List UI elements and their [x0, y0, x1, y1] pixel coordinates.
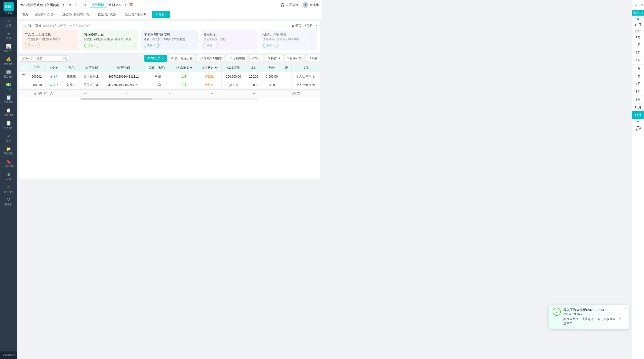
row1-social-btn[interactable]: 个人社保 — [296, 75, 308, 78]
row1-name[interactable]: 徐泽华 — [46, 72, 63, 81]
th-id-no: *证照号码 — [103, 64, 144, 72]
sidebar-item-reports[interactable]: 📊 报表中心 — [0, 42, 17, 55]
wizard-icon: 📄 — [22, 24, 26, 28]
step-3-btn[interactable]: 查看＞ — [144, 43, 159, 48]
row1-name-link[interactable]: 徐泽华 — [50, 75, 59, 78]
ai-service-btn[interactable]: 🎧 人工咨询 — [280, 3, 299, 7]
tab-home-label: 首页 — [22, 12, 28, 17]
sidebar-item-expense[interactable]: 🔖 小畅报销 — [0, 157, 17, 170]
social-security-btn[interactable]: ⚙ 统一社保设置 — [169, 55, 195, 62]
table-row: 000002 徐泽华 嗯嗯嗯 居民身份证 360782200104131111 … — [19, 72, 320, 81]
sidebar-item-invoice[interactable]: 🧾 发票管理 — [0, 93, 17, 106]
account-selector[interactable]: 刘小艳演示账套（勿删勿动！）1 ▼ — [20, 3, 72, 7]
close-tab-asset-category[interactable]: × — [117, 13, 119, 16]
tax-declare-icon: 📄 — [228, 57, 232, 60]
select-all-checkbox[interactable] — [22, 66, 25, 69]
app-logo[interactable]: 好会计 专业版 — [0, 0, 17, 17]
export-btn[interactable]: ↗ 导出 — [249, 55, 263, 62]
close-tab-asset-detail[interactable]: × — [147, 13, 149, 16]
add-account-btn[interactable]: ＋ — [74, 2, 80, 8]
sidebar-item-ledger[interactable]: ≡ 总账 — [0, 29, 17, 42]
sidebar-item-tax-label: 税务管理 — [4, 126, 14, 130]
step-1-btn[interactable]: 导入＞ — [25, 43, 39, 48]
row2-name[interactable]: 李俊杰 — [46, 81, 63, 89]
th-id: 工号 — [28, 64, 46, 72]
row2-dept: 总经办 — [63, 81, 79, 89]
sidebar-item-invoice-label: 发票管理 — [4, 100, 14, 104]
sidebar-item-archive[interactable]: 📁 归档管理 — [0, 144, 17, 157]
sidebar-item-home-label: 首页 — [6, 24, 11, 27]
wizard-close-btn[interactable]: × — [315, 24, 317, 28]
th-status[interactable]: *人员状态 ▼ — [171, 64, 197, 72]
sidebar-item-salary-label: 工资 — [6, 88, 11, 91]
row2-select[interactable] — [22, 83, 25, 86]
row2-checkbox[interactable] — [19, 81, 28, 89]
sidebar-item-sales[interactable]: 📋 进销台账 — [0, 106, 17, 119]
employee-table-container[interactable]: 工号 ↕ *姓名 *部门 *证照类型 *证照号码 国籍（地区） *人员状态 ▼ … — [19, 64, 320, 179]
close-period-icon: ✔ — [7, 134, 10, 138]
step-2-btn[interactable]: 设置＞ — [84, 43, 99, 48]
refresh-btn[interactable]: ↺ 刷新 — [306, 55, 320, 62]
period-selector[interactable]: 账期 2023-11 📅 — [108, 3, 133, 7]
tab-depreciation[interactable]: 固定资产折旧统计表 × — [59, 11, 95, 18]
close-tab-depreciation[interactable]: × — [90, 13, 92, 16]
step-1-number: 1 — [72, 41, 76, 49]
arrow-2: › — [138, 38, 141, 42]
row1-checkbox[interactable] — [19, 72, 28, 81]
row2-id-no: 412702198206290521 — [103, 81, 144, 89]
tab-salary[interactable]: 工资表 × — [152, 11, 170, 18]
th-allowance: 津贴 — [245, 64, 262, 72]
user-menu[interactable]: 👤 徐泽华 — [303, 2, 319, 8]
row2-report-badge: 待报送 — [205, 83, 214, 87]
th-checkbox[interactable] — [19, 64, 28, 72]
tax-declare-btn[interactable]: 📄 个税申报 — [226, 55, 247, 62]
step-4-btn[interactable]: 查看＞ — [204, 43, 218, 48]
th-report-status[interactable]: 报送状态 ▼ — [197, 64, 222, 72]
step-5-btn[interactable]: 查看＞ — [263, 43, 278, 48]
th-name[interactable]: ↕ *姓名 — [46, 64, 63, 72]
row2-edit-btn[interactable]: ✎ — [309, 83, 311, 87]
row1-delete-btn[interactable]: 🗑 — [312, 75, 315, 78]
tab-asset-detail[interactable]: 固定资产明细账 × — [122, 11, 152, 18]
sidebar-item-close[interactable]: ✔ 结账 — [0, 132, 17, 144]
novice-guide-btn[interactable]: ? 新手引导 — [285, 55, 304, 62]
wizard-step-2: 社保参数设置 完成社保参数设置自动计算社保公积金 设置＞ 2 — [82, 30, 138, 50]
row2-social-btn[interactable]: 个人社保 — [296, 83, 308, 87]
tab-asset-category[interactable]: 固定资产类别 × — [95, 11, 122, 18]
sidebar-item-funds[interactable]: 💰 资金管理 — [0, 55, 17, 68]
sidebar-item-settings[interactable]: ⚙ 设置 — [0, 170, 17, 179]
row2-operation[interactable]: 个人社保 ✎ 🗑 — [291, 81, 320, 89]
sidebar-item-ledger-label: 总账 — [6, 36, 11, 40]
scrollbar-thumb[interactable] — [80, 98, 152, 100]
add-employee-btn[interactable]: 添加人员 ▼ — [144, 55, 167, 62]
sidebar: 好会计 专业版 ⌂ 首页 ≡ 总账 📊 报表中心 💰 资金管理 🏢 固定资产 💵… — [0, 0, 17, 179]
tab-fixed-assets-label: 固定资产管理 — [35, 12, 53, 17]
account-dropdown-icon[interactable]: ▼ — [69, 3, 72, 7]
refresh-label: 刷新 — [312, 56, 318, 61]
sidebar-item-tax[interactable]: 📑 税务管理 — [0, 119, 17, 132]
sidebar-item-assets[interactable]: 🏢 固定资产 — [0, 68, 17, 80]
row1-status: 正常 — [171, 72, 197, 81]
row1-operation[interactable]: 个人社保 ✎ 🗑 — [291, 72, 320, 81]
tab-home[interactable]: 首页 — [19, 11, 31, 18]
row2-delete-btn[interactable]: 🗑 — [312, 83, 315, 87]
video-link[interactable]: ▶ 视频 — [292, 24, 301, 28]
close-tab-fixed-assets[interactable]: × — [54, 13, 55, 16]
row2-name-link[interactable]: 李俊杰 — [50, 83, 59, 87]
row1-select[interactable] — [22, 74, 25, 78]
step-2-desc: 完成社保参数设置自动计算社保公积金 — [84, 37, 136, 41]
close-tab-salary[interactable]: × — [165, 13, 167, 16]
sidebar-item-salary[interactable]: 💵 工资 — [0, 80, 17, 93]
horizontal-scrollbar[interactable] — [19, 97, 320, 101]
row1-edit-btn[interactable]: ✎ — [309, 75, 311, 78]
tab-fixed-assets[interactable]: 固定资产管理 × — [32, 11, 58, 18]
version-switch-btn[interactable]: 切到旧版 — [90, 2, 106, 8]
help-link[interactable]: ? 帮助 — [304, 24, 312, 28]
tab-asset-category-label: 固定资产类别 — [98, 12, 116, 17]
sidebar-item-home[interactable]: ⌂ 首页 — [0, 17, 17, 29]
settings-btn[interactable]: ⚙ — [82, 2, 88, 8]
search-input[interactable] — [21, 57, 62, 60]
operations-btn[interactable]: ⚙ 操作 ▼ — [265, 55, 283, 62]
calendar-icon: 📅 — [129, 3, 133, 7]
deduction-btn[interactable]: 📋 专项附加扣除 — [197, 55, 224, 62]
